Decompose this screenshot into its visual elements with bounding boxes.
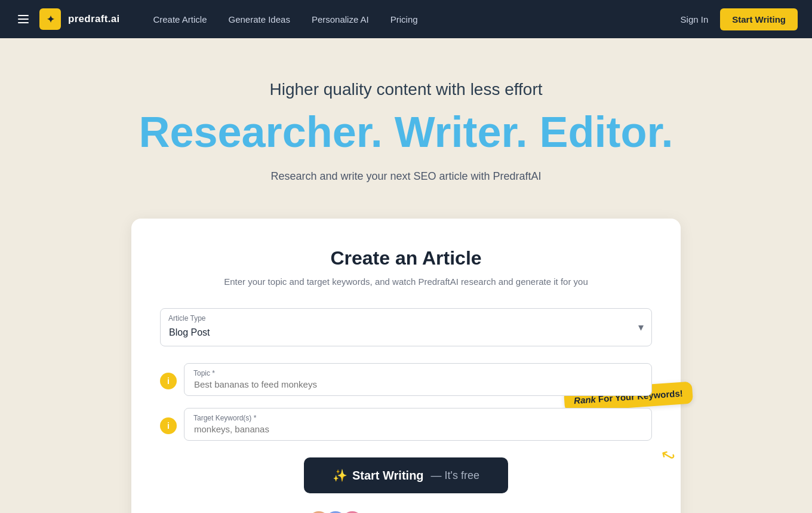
article-type-select[interactable]: Blog Post Product Review How-To Guide Li… bbox=[160, 308, 652, 346]
avatar-group: 😊 😎 🙂 bbox=[307, 510, 364, 513]
navbar: ✦ predraft.ai Create Article Generate Id… bbox=[0, 0, 812, 38]
card-title: Create an Article bbox=[160, 247, 652, 269]
cta-sub-text: — It's free bbox=[431, 469, 479, 482]
nav-right: Sign In Start Writing bbox=[681, 8, 798, 30]
keywords-row: i Target Keyword(s) * bbox=[160, 408, 652, 441]
topic-input-container: Topic * bbox=[184, 363, 652, 396]
avatar-1: 😊 bbox=[307, 510, 330, 513]
loved-row: 😊 😎 🙂 Loved by thousands of marketers bbox=[160, 510, 652, 513]
nav-link-generate-ideas[interactable]: Generate Ideas bbox=[228, 14, 290, 24]
hero-subtitle: Higher quality content with less effort bbox=[12, 80, 800, 99]
create-article-card: Rank For Your Keywords! ↩ Create an Arti… bbox=[131, 219, 681, 513]
nav-link-pricing[interactable]: Pricing bbox=[390, 14, 418, 24]
topic-input[interactable] bbox=[184, 363, 652, 396]
topic-row: i Topic * bbox=[160, 363, 652, 396]
keywords-input-container: Target Keyword(s) * bbox=[184, 408, 652, 441]
nav-link-create-article[interactable]: Create Article bbox=[153, 14, 207, 24]
article-type-wrapper: Article Type Blog Post Product Review Ho… bbox=[160, 308, 652, 346]
nav-links: Create Article Generate Ideas Personaliz… bbox=[153, 14, 417, 24]
start-writing-button[interactable]: ✨ Start Writing — It's free bbox=[304, 457, 508, 493]
logo-text: predraft.ai bbox=[68, 13, 119, 25]
nav-left: ✦ predraft.ai Create Article Generate Id… bbox=[14, 8, 418, 30]
topic-field-wrapper: Topic * bbox=[184, 363, 652, 396]
hero-section: Higher quality content with less effort … bbox=[0, 38, 812, 213]
keywords-info-icon[interactable]: i bbox=[160, 417, 177, 434]
start-writing-nav-button[interactable]: Start Writing bbox=[720, 8, 798, 30]
hamburger-button[interactable] bbox=[14, 11, 32, 27]
sparkle-icon: ✨ bbox=[333, 468, 347, 483]
sign-in-button[interactable]: Sign In bbox=[681, 14, 709, 24]
cta-wrapper: ✨ Start Writing — It's free bbox=[160, 457, 652, 493]
nav-link-personalize-ai[interactable]: Personalize AI bbox=[312, 14, 369, 24]
topic-info-icon[interactable]: i bbox=[160, 373, 177, 389]
cta-main-text: Start Writing bbox=[352, 469, 424, 483]
card-description: Enter your topic and target keywords, an… bbox=[160, 277, 652, 287]
logo-icon: ✦ bbox=[39, 8, 61, 30]
keywords-field-wrapper: Target Keyword(s) * bbox=[184, 408, 652, 441]
avatar-2: 😎 bbox=[324, 510, 347, 513]
card-wrapper: Rank For Your Keywords! ↩ Create an Arti… bbox=[0, 213, 812, 513]
avatar-3: 🙂 bbox=[341, 510, 364, 513]
rank-arrow-icon: ↩ bbox=[657, 444, 678, 468]
hero-title: Researcher. Writer. Editor. bbox=[12, 109, 800, 156]
hero-description: Research and write your next SEO article… bbox=[12, 170, 800, 183]
keywords-input[interactable] bbox=[184, 408, 652, 441]
